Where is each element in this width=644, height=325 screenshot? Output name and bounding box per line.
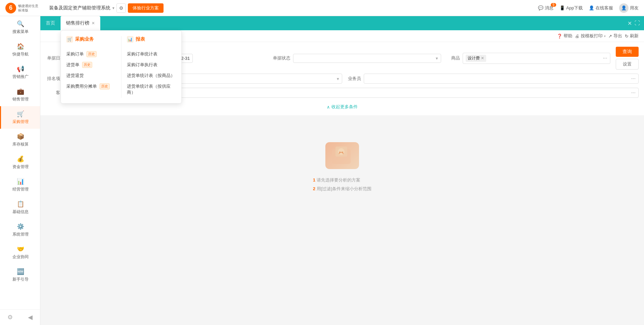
topbar-right: 💬 消息 9 📱 App下载 👤 在线客服 👤 用友 bbox=[538, 3, 639, 13]
menu-item-stock-stats-goods[interactable]: 进货单统计表（按商品） bbox=[127, 70, 176, 81]
sidebar-item-marketing[interactable]: 📢 营销推广 bbox=[0, 61, 40, 84]
marketing-icon: 📢 bbox=[17, 65, 24, 73]
dropdown-arrow-icon[interactable]: ▾ bbox=[112, 6, 114, 10]
report-col-icon: 📊 bbox=[127, 36, 134, 43]
sidebar-item-basic[interactable]: 📋 基础信息 bbox=[0, 196, 40, 219]
tab-sales-rank[interactable]: 销售排行榜 ✕ 🛒 采购业务 采购订单 历史 bbox=[61, 16, 100, 30]
sales-icon: 💼 bbox=[17, 88, 24, 95]
system-icon: ⚙️ bbox=[17, 223, 24, 230]
sidebar-item-system[interactable]: ⚙️ 系统管理 bbox=[0, 219, 40, 241]
empty-tips: 1 请先选择要分析的方案 2 用[过滤]条件来缩小分析范围 bbox=[313, 176, 371, 193]
svg-point-4 bbox=[342, 152, 343, 153]
message-badge: 9 bbox=[551, 3, 556, 7]
export-icon: ↗ bbox=[608, 34, 612, 39]
goods-tag: 设计费 ✕ bbox=[466, 55, 486, 62]
tab-close-icon[interactable]: ✕ bbox=[92, 21, 95, 26]
sidebar-item-operations[interactable]: 📊 经营管理 bbox=[0, 174, 40, 196]
goods-label: 商品 bbox=[441, 55, 460, 61]
filter-cell-goods: 商品 设计费 ✕ ··· bbox=[441, 53, 610, 64]
help-icon: ❓ bbox=[557, 34, 562, 39]
purchase-col-icon: 🛒 bbox=[66, 36, 73, 43]
tab-bar-right: ✕ ⛶ bbox=[623, 16, 644, 30]
sidebar-bottom: ⚙ ◀ bbox=[0, 309, 40, 325]
topbar-system: 装备及固定资产辅助管理系统 ▾ ⚙ 体验行业方案 bbox=[49, 3, 538, 13]
industry-button[interactable]: 体验行业方案 bbox=[128, 3, 164, 13]
sidebar-item-enterprise[interactable]: 🤝 企业协同 bbox=[0, 241, 40, 264]
phone-icon: 📱 bbox=[560, 5, 565, 10]
content-area: 首页 销售排行榜 ✕ 🛒 采购业务 采购订 bbox=[40, 16, 644, 325]
report-col-header: 📊 报表 bbox=[127, 36, 176, 45]
refresh-button[interactable]: ↻ 刷新 bbox=[625, 33, 639, 39]
help-button[interactable]: ❓ 帮助 bbox=[557, 33, 572, 39]
status-label: 单据状态 bbox=[272, 55, 290, 61]
system-name: 装备及固定资产辅助管理系统 bbox=[49, 5, 110, 11]
goods-tag-close[interactable]: ✕ bbox=[481, 56, 484, 60]
menu-item-po-exec[interactable]: 采购订单执行表 bbox=[127, 59, 176, 70]
avatar: 👤 bbox=[619, 3, 629, 13]
filter-cell-salesman: 业务员 ··· bbox=[342, 74, 639, 84]
empty-state: 1 请先选择要分析的方案 2 用[过滤]条件来缩小分析范围 bbox=[40, 115, 644, 220]
empty-svg bbox=[329, 144, 356, 167]
toolbar-right: ❓ 帮助 🖨 按模板打印 ▾ ↗ 导出 ↻ 刷新 bbox=[557, 33, 639, 39]
online-service-button[interactable]: 👤 在线客服 bbox=[589, 5, 613, 11]
inventory-icon: 📦 bbox=[17, 133, 24, 140]
query-button[interactable]: 查询 bbox=[616, 47, 639, 57]
salesman-input[interactable]: ··· bbox=[364, 74, 639, 84]
svg-point-3 bbox=[339, 152, 341, 153]
customer-more[interactable]: ··· bbox=[631, 90, 636, 96]
refresh-icon: ↻ bbox=[625, 34, 629, 39]
purchase-col-header: 🛒 采购业务 bbox=[66, 36, 116, 45]
print-button[interactable]: 🖨 按模板打印 ▾ bbox=[575, 33, 606, 39]
guide-icon: 🆕 bbox=[17, 268, 24, 275]
menu-item-stock-in[interactable]: 进货单 历史 bbox=[66, 59, 116, 70]
menu-item-purchase-expense[interactable]: 采购费用分摊单 历史 bbox=[66, 81, 116, 92]
tab-expand-icon[interactable]: ⛶ bbox=[635, 20, 640, 26]
tab-home[interactable]: 首页 bbox=[40, 16, 61, 30]
dropdown-divider bbox=[121, 36, 121, 98]
tab-close-all-icon[interactable]: ✕ bbox=[628, 20, 632, 27]
sidebar-settings-icon[interactable]: ⚙ bbox=[7, 314, 13, 321]
user-menu-button[interactable]: 👤 用友 bbox=[619, 3, 639, 13]
collapse-button[interactable]: ∧ 收起更多条件 bbox=[327, 102, 358, 112]
sidebar-item-search[interactable]: 🔍 搜索菜单 bbox=[0, 16, 40, 39]
sidebar-item-guide[interactable]: 🆕 新手引导 bbox=[0, 264, 40, 286]
sidebar-item-inventory[interactable]: 📦 库存核算 bbox=[0, 129, 40, 151]
message-icon: 💬 bbox=[538, 5, 543, 10]
dropdown-columns: 🛒 采购业务 采购订单 历史 进货单 历史 bbox=[66, 36, 176, 98]
sidebar-item-sales[interactable]: 💼 销售管理 bbox=[0, 84, 40, 106]
main-layout: 🔍 搜索菜单 🏠 快捷导航 📢 营销推广 💼 销售管理 🛒 采购管理 📦 库存核… bbox=[0, 16, 644, 325]
settings-button[interactable]: ⚙ bbox=[116, 3, 126, 13]
sidebar-item-finance[interactable]: 💰 资金管理 bbox=[0, 151, 40, 174]
logo-icon: 6 bbox=[5, 3, 16, 13]
status-select[interactable]: ▾ bbox=[293, 54, 441, 63]
enterprise-icon: 🤝 bbox=[17, 245, 24, 253]
app-download-button[interactable]: 📱 App下载 bbox=[560, 5, 583, 11]
goods-more-dots[interactable]: ··· bbox=[603, 55, 607, 61]
sidebar-item-purchase[interactable]: 🛒 采购管理 bbox=[0, 106, 40, 129]
sidebar-collapse-icon[interactable]: ◀ bbox=[28, 314, 33, 321]
goods-input[interactable]: 设计费 ✕ ··· bbox=[463, 53, 610, 64]
sidebar-item-nav[interactable]: 🏠 快捷导航 bbox=[0, 39, 40, 61]
history-badge: 历史 bbox=[86, 51, 97, 57]
status-dropdown-icon: ▾ bbox=[436, 56, 438, 61]
topbar: 6 畅捷通好生意 标准版 装备及固定资产辅助管理系统 ▾ ⚙ 体验行业方案 💬 … bbox=[0, 0, 644, 16]
history-badge: 历史 bbox=[82, 62, 92, 68]
menu-item-po-stats[interactable]: 采购订单统计表 bbox=[127, 49, 176, 59]
print-dropdown-icon[interactable]: ▾ bbox=[604, 34, 606, 38]
menu-item-stock-return[interactable]: 进货退货 bbox=[66, 70, 116, 81]
sidebar: 🔍 搜索菜单 🏠 快捷导航 📢 营销推广 💼 销售管理 🛒 采购管理 📦 库存核… bbox=[0, 16, 40, 325]
collapse-icon: ∧ bbox=[327, 105, 330, 110]
export-button[interactable]: ↗ 导出 bbox=[608, 33, 622, 39]
print-icon: 🖨 bbox=[575, 34, 579, 39]
logo-text: 畅捷通好生意 标准版 bbox=[18, 4, 38, 12]
home-icon: 🏠 bbox=[17, 43, 24, 50]
menu-item-stock-stats-supplier[interactable]: 进货单统计表（按供应商） bbox=[127, 81, 176, 98]
salesman-more[interactable]: ··· bbox=[631, 76, 636, 82]
history-badge: 历史 bbox=[100, 83, 110, 89]
purchase-icon: 🛒 bbox=[17, 110, 24, 118]
set-button[interactable]: 设置 bbox=[616, 59, 639, 70]
menu-item-purchase-order[interactable]: 采购订单 历史 bbox=[66, 49, 116, 59]
tab-bar: 首页 销售排行榜 ✕ 🛒 采购业务 采购订 bbox=[40, 16, 644, 30]
message-button[interactable]: 💬 消息 9 bbox=[538, 5, 553, 11]
salesman-label: 业务员 bbox=[342, 76, 361, 82]
